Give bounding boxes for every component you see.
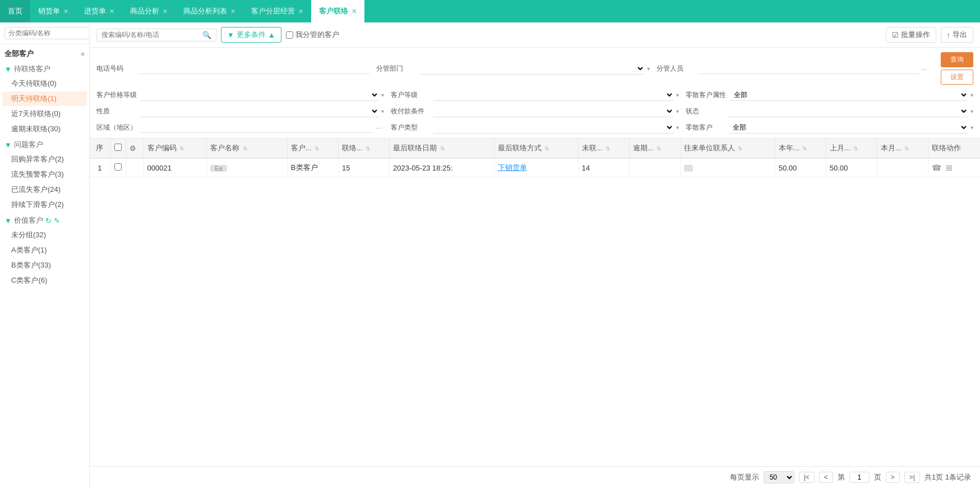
row-checkbox[interactable]: [114, 163, 122, 171]
page-input[interactable]: [849, 472, 870, 483]
sidebar-all-customers[interactable]: 全部客户 «: [0, 44, 89, 61]
sidebar-item-today[interactable]: 今天待联络(0): [2, 76, 87, 91]
export-btn[interactable]: ↑ 导出: [941, 27, 974, 43]
retail-customer-dropdown-icon: ▾: [970, 125, 973, 131]
filter-status-select[interactable]: [728, 105, 968, 117]
filter-payment-select[interactable]: [433, 105, 673, 117]
search-icon[interactable]: 🔍: [202, 31, 211, 39]
settings-icon[interactable]: ⚙: [130, 144, 136, 153]
filter-field-person: 分管人员 ···: [657, 63, 930, 74]
sidebar-item-lost[interactable]: 已流失客户(24): [2, 182, 87, 197]
filter-nature-select[interactable]: [139, 105, 379, 117]
region-ellipsis-btn[interactable]: ···: [373, 123, 384, 132]
batch-op-btn[interactable]: ☑ 批量操作: [886, 27, 936, 43]
sidebar-item-class-a[interactable]: A类客户(1): [2, 243, 87, 257]
sort-type-icon: ⇅: [315, 145, 319, 151]
th-contact-count[interactable]: 联络... ⇅: [338, 139, 389, 158]
nav-purchase[interactable]: 进货单 ✕: [76, 0, 122, 22]
more-conditions-btn[interactable]: ▼ 更多条件 ▲: [221, 27, 281, 43]
filter-dept-select[interactable]: [419, 63, 644, 75]
nav-home[interactable]: 首页: [0, 0, 30, 22]
cell-type: B类客户: [287, 158, 338, 177]
filter-field-dept: 分管部门 ▾: [376, 63, 649, 75]
value-refresh-icon[interactable]: ↻: [45, 217, 52, 225]
unit-contact-masked: [684, 165, 693, 172]
filter-customer-type-select[interactable]: [433, 122, 673, 133]
cell-settings: [126, 158, 144, 177]
page-last-btn[interactable]: >|: [904, 472, 920, 483]
toolbar: 🔍 ▼ 更多条件 ▲ 我分管的客户 ☑ 批量操作 ↑ 导出: [90, 22, 980, 48]
sidebar-item-continuous-decline[interactable]: 持续下滑客户(2): [2, 197, 87, 212]
nav-customer-contact[interactable]: 客户联络 ✕: [311, 0, 364, 22]
nav-sales[interactable]: 销货单 ✕: [30, 0, 76, 22]
search-input[interactable]: [101, 31, 202, 39]
cell-last-month: 50.00: [826, 158, 877, 177]
value-edit-icon[interactable]: ✎: [54, 217, 60, 225]
filter-region-input[interactable]: [140, 122, 373, 133]
nav-goods-analysis-close[interactable]: ✕: [163, 8, 168, 15]
nav-goods-analysis-list[interactable]: 商品分析列表 ✕: [175, 0, 243, 22]
th-this-year[interactable]: 本年... ⇅: [775, 139, 826, 158]
filter-field-status: 状态 ▾: [686, 105, 973, 117]
sidebar-search-input[interactable]: [4, 27, 90, 39]
page-first-btn[interactable]: |<: [799, 472, 815, 483]
th-last-contact-date[interactable]: 最后联络日期 ⇅: [389, 139, 494, 158]
filter-retail-customer-select[interactable]: 全部: [728, 122, 968, 133]
sidebar-item-tomorrow[interactable]: 明天待联络(1): [2, 91, 87, 106]
sidebar-item-7days[interactable]: 近7天待联络(0): [2, 107, 87, 121]
sort-contact-count-icon: ⇅: [366, 145, 370, 151]
nav-sales-close[interactable]: ✕: [63, 8, 68, 15]
nav-customer-contact-close[interactable]: ✕: [352, 8, 357, 15]
th-not-contacted[interactable]: 未联... ⇅: [578, 139, 629, 158]
customer-type-dropdown-icon: ▾: [676, 125, 679, 131]
sidebar-item-class-b[interactable]: B类客户(33): [2, 258, 87, 273]
th-last-month[interactable]: 上月... ⇅: [826, 139, 877, 158]
th-name[interactable]: 客户名称 ⇅: [207, 139, 288, 158]
nav-goods-analysis-list-close[interactable]: ✕: [230, 8, 235, 15]
filter-customer-level-select[interactable]: [433, 89, 673, 101]
sort-overdue-icon: ⇅: [657, 145, 661, 151]
nav-customer-contact-label: 客户联络: [319, 6, 348, 16]
filter-phone-input[interactable]: [139, 63, 369, 74]
select-all-checkbox[interactable]: [114, 144, 122, 151]
query-btn[interactable]: 查询: [941, 52, 973, 67]
sidebar-item-class-c[interactable]: C类客户(6): [2, 273, 87, 288]
sidebar-collapse-icon[interactable]: «: [81, 50, 85, 58]
th-type[interactable]: 客户... ⇅: [287, 139, 338, 158]
action-contact-icon[interactable]: ☎: [932, 163, 941, 172]
chevron-up-icon: ▲: [268, 31, 275, 39]
th-last-contact-method[interactable]: 最后联络方式 ⇅: [494, 139, 578, 158]
my-customers-checkbox[interactable]: [286, 31, 293, 39]
per-page-select[interactable]: 50 10 20 100: [764, 471, 794, 484]
filter-retail-attr-select[interactable]: 全部: [729, 89, 968, 101]
my-customers-checkbox-label[interactable]: 我分管的客户: [286, 30, 339, 40]
sort-this-month-icon: ⇅: [904, 145, 909, 151]
nav-customer-tier[interactable]: 客户分层经营 ✕: [243, 0, 311, 22]
page-next-btn[interactable]: >: [886, 472, 900, 483]
th-this-month[interactable]: 本月... ⇅: [877, 139, 928, 158]
action-icons: ☎ ⊞: [932, 163, 977, 172]
th-overdue[interactable]: 逾期... ⇅: [629, 139, 680, 158]
filter-dept-label: 分管部门: [376, 64, 415, 73]
page-prev-btn[interactable]: <: [819, 472, 833, 483]
th-code[interactable]: 客户编码 ⇅: [144, 139, 207, 158]
filter-field-retail-attr: 零散客户属性 全部 ▾: [686, 89, 973, 101]
last-contact-link[interactable]: 下销货单: [498, 163, 527, 172]
sidebar-item-lost-risk[interactable]: 流失预警客户(3): [2, 167, 87, 182]
person-ellipsis-btn[interactable]: ···: [919, 65, 930, 73]
filter-price-level-select[interactable]: [140, 89, 379, 101]
filter-person-input[interactable]: [699, 63, 919, 74]
action-more-icon[interactable]: ⊞: [946, 163, 953, 172]
th-unit-contact[interactable]: 往来单位联系人 ⇅: [680, 139, 775, 158]
nav-purchase-close[interactable]: ✕: [109, 8, 114, 15]
sidebar-item-ungrouped[interactable]: 未分组(32): [2, 228, 87, 242]
sidebar-item-repurchase-anomaly[interactable]: 回购异常客户(2): [2, 152, 87, 167]
nav-goods-analysis[interactable]: 商品分析 ✕: [122, 0, 175, 22]
sort-last-method-icon: ⇅: [544, 145, 549, 151]
sidebar-item-overdue[interactable]: 逾期未联络(30): [2, 122, 87, 136]
nav-goods-analysis-list-label: 商品分析列表: [183, 6, 227, 16]
export-label: 导出: [953, 30, 967, 40]
nav-customer-tier-close[interactable]: ✕: [298, 8, 303, 15]
filter-region-label: 区域（地区）: [96, 123, 137, 132]
settings-btn[interactable]: 设置: [941, 70, 973, 85]
